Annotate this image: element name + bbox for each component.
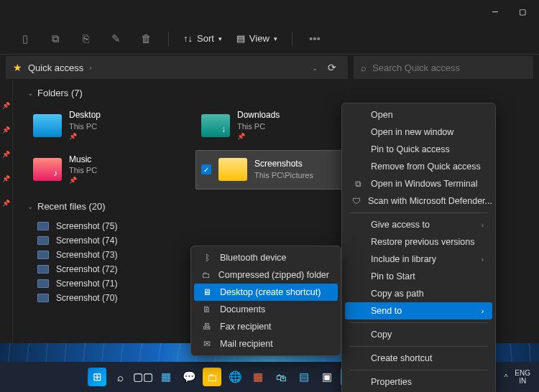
menu-item[interactable]: 🗎Documents [194, 301, 338, 318]
search-icon: ⌕ [361, 62, 367, 73]
chevron-right-icon: › [482, 256, 484, 263]
tray-chevron-icon[interactable]: ^ [505, 373, 508, 381]
menu-item[interactable]: Remove from Quick access [345, 158, 492, 175]
menu-item[interactable]: ✉Mail recipient [194, 335, 338, 353]
image-icon [37, 251, 49, 259]
menu-item[interactable]: Restore previous versions [345, 233, 492, 251]
pin-icon[interactable]: 📌 [2, 126, 10, 134]
folder-icon: ↓ [201, 114, 230, 137]
menu-icon: 🖥 [201, 287, 213, 297]
menu-item[interactable]: Send to› [345, 302, 492, 319]
menu-item[interactable]: Open in new window [345, 123, 492, 141]
edge-icon[interactable]: 🌐 [226, 368, 244, 386]
app-icon[interactable]: ▦ [249, 368, 267, 386]
view-button[interactable]: ▤View▾ [236, 33, 277, 44]
menu-item[interactable]: 🖷Fax recipient [194, 318, 338, 335]
rename-icon[interactable]: ✎ [108, 31, 124, 47]
taskview-button[interactable]: ▢▢ [134, 368, 152, 386]
explorer-icon[interactable]: 🗀 [203, 368, 221, 386]
folder-location: This PC [69, 121, 101, 131]
folder-location: This PC\Pictures [254, 170, 313, 180]
paste-icon[interactable]: ⎘ [78, 31, 93, 47]
menu-separator [349, 346, 488, 347]
pin-icon[interactable]: 📌 [2, 151, 10, 158]
menu-icon: 🗎 [201, 304, 213, 314]
menu-item[interactable]: 🖥Desktop (create shortcut) [194, 284, 338, 301]
menu-item[interactable]: ⧉Open in Windows Terminal [345, 175, 492, 192]
chevron-down-icon[interactable]: ⌄ [312, 64, 318, 72]
image-icon [37, 265, 49, 274]
folder-item[interactable]: ✓ScreenshotsThis PC\Pictures [195, 150, 356, 190]
menu-item[interactable]: Give access to› [345, 216, 492, 233]
menu-label: Mail recipient [220, 339, 273, 349]
breadcrumb[interactable]: ★ Quick access › ⌄ ⟳ [6, 56, 348, 79]
folder-name: Music [69, 154, 97, 166]
menu-item[interactable]: Open [345, 106, 492, 123]
new-icon[interactable]: ▯ [17, 31, 33, 47]
copy-icon[interactable]: ⧉ [47, 31, 63, 47]
folders-header[interactable]: ⌄ Folders (7) [27, 88, 525, 98]
app-icon[interactable]: ▣ [318, 368, 336, 386]
start-button[interactable]: ⊞ [88, 368, 106, 386]
star-icon: ★ [13, 62, 22, 73]
menu-item[interactable]: Pin to Quick access [345, 141, 492, 158]
menu-item[interactable]: Copy as path [345, 285, 492, 302]
chevron-right-icon: › [89, 64, 91, 72]
menu-icon: ✉ [201, 339, 213, 349]
menu-label: Pin to Quick access [371, 144, 450, 154]
image-icon [37, 294, 49, 302]
menu-item[interactable]: Properties [345, 373, 492, 391]
chat-button[interactable]: 💬 [180, 368, 198, 386]
more-icon[interactable]: ••• [307, 31, 323, 47]
file-name: Screenshot (74) [56, 235, 371, 246]
menu-item[interactable]: 🗀Compressed (zipped) folder [194, 266, 338, 284]
delete-icon[interactable]: 🗑 [138, 31, 154, 47]
menu-item[interactable]: Pin to Start [345, 268, 492, 285]
menu-icon: ᛒ [201, 253, 213, 263]
image-icon [37, 279, 49, 288]
pin-icon[interactable]: 📌 [2, 175, 10, 182]
menu-item[interactable]: ᛒBluetooth device [194, 249, 338, 266]
menu-icon: ⧉ [352, 179, 364, 189]
search-input[interactable] [372, 62, 526, 73]
pin-icon[interactable]: 📌 [2, 200, 10, 207]
refresh-icon[interactable]: ⟳ [323, 62, 341, 73]
sort-button[interactable]: ↑↓Sort▾ [183, 33, 222, 44]
menu-item[interactable]: Create shortcut [345, 350, 492, 367]
titlebar: ─ ▢ [0, 0, 539, 23]
widgets-button[interactable]: ▦ [157, 368, 175, 386]
chevron-right-icon: › [482, 221, 484, 229]
menu-label: Copy as path [371, 289, 424, 299]
menu-item[interactable]: 🛡Scan with Microsoft Defender... [345, 192, 492, 210]
separator [168, 32, 169, 46]
folder-item[interactable]: ↓DownloadsThis PC📌 [195, 106, 356, 146]
folder-name: Downloads [237, 110, 280, 121]
folder-item[interactable]: ♪MusicThis PC📌 [27, 150, 188, 190]
pin-icon: 📌 [69, 177, 97, 185]
menu-label: Open in new window [371, 127, 453, 137]
minimize-button[interactable]: ─ [490, 6, 500, 17]
pin-icon: 📌 [237, 133, 280, 141]
menu-label: Compressed (zipped) folder [218, 270, 329, 280]
menu-item[interactable]: Copy [345, 326, 492, 343]
menu-item[interactable]: Include in library› [345, 251, 492, 268]
menu-label: Send to [371, 306, 402, 316]
folder-location: This PC [69, 165, 97, 175]
search-box[interactable]: ⌕ [354, 56, 533, 79]
image-icon [37, 236, 49, 245]
folder-name: Desktop [69, 110, 101, 121]
context-menu: OpenOpen in new windowPin to Quick acces… [341, 103, 496, 392]
menu-icon: 🗀 [201, 270, 211, 280]
search-button[interactable]: ⌕ [111, 368, 129, 386]
store-icon[interactable]: 🛍 [272, 368, 290, 386]
caret-down-icon: ⌄ [27, 89, 33, 97]
system-tray[interactable]: ^ ENGIN [505, 369, 530, 385]
maximize-button[interactable]: ▢ [517, 6, 528, 17]
menu-label: Give access to [371, 220, 430, 230]
file-name: Screenshot (75) [56, 221, 371, 231]
folder-item[interactable]: DesktopThis PC📌 [27, 106, 188, 146]
pin-icon[interactable]: 📌 [2, 102, 10, 109]
app-icon[interactable]: ▤ [295, 368, 313, 386]
menu-icon: 🛡 [352, 196, 361, 206]
breadcrumb-label: Quick access [28, 62, 83, 73]
